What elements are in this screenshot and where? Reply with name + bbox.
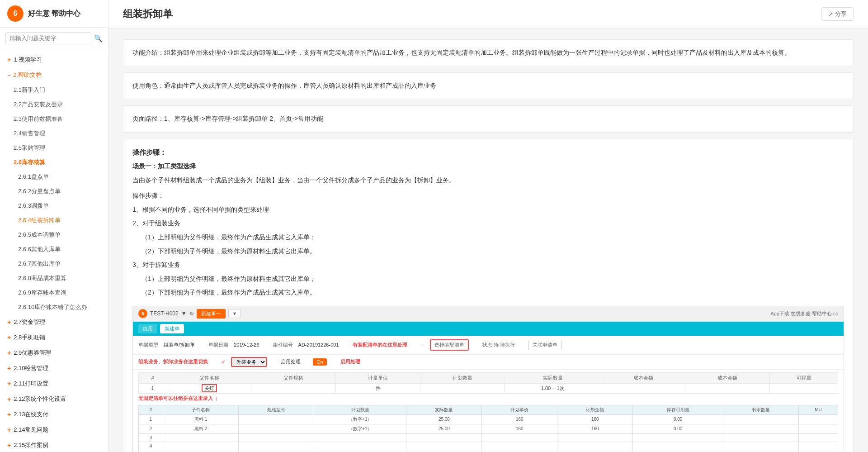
sc-dropdown: ▼	[181, 310, 187, 317]
sidebar-item-label: 2.15操作案例	[14, 441, 48, 449]
sc-parent-table-wrapper: # 父件名称 父件规格 计量单位 计划数量 实际数量 成本金额 成本金额 可视量	[133, 370, 844, 395]
sidebar-item-video[interactable]: + 1.视频学习	[0, 52, 108, 67]
sc-more-btn[interactable]: ▼	[228, 309, 241, 318]
sc-td-cost2	[685, 383, 770, 393]
sc-td-parent-name: 关灯	[167, 383, 251, 393]
sidebar-subitem-269[interactable]: 2.6.9库存账本查询	[0, 285, 108, 300]
sidebar-item-label: 2.帮助文档	[14, 71, 42, 79]
sc-type-row: 组装业务、拆卸业务在这里切换 ↙ 升装业务 启用处理 On 启用处理	[133, 355, 844, 370]
intro-text: 功能介绍：组装拆卸单用来处理企业组装或拆卸等加工业务，支持有固定装配清单的产品加…	[132, 49, 791, 56]
step2-1: （1）上部明细为父件明细，最终作为产成品生成其它入库单；	[132, 231, 844, 243]
sidebar-subitem-21[interactable]: 2.1新手入门	[0, 83, 108, 97]
expand-icon: +	[7, 319, 11, 326]
sc-toolbar: 自用 新建单	[133, 322, 844, 336]
search-button[interactable]: 🔍	[94, 34, 103, 43]
sidebar: 6 好生意 帮助中心 🔍 + 1.视频学习 − 2.帮助文档 2.1新手入门 2…	[0, 0, 108, 452]
sc-td-actual: 1.00 -- 1次	[505, 383, 601, 393]
role-block: 使用角色：通常由生产人员或库管人员完成拆装业务的操作，库管人员确认原材料的出库和…	[123, 72, 854, 99]
sc-type-value: 组装单/拆卸单	[164, 342, 195, 348]
sidebar-item-label: 2.8手机旺铺	[14, 333, 45, 342]
sc-tab-ziyon[interactable]: 自用	[138, 324, 157, 333]
sc-relate-btn[interactable]: 关联申请单	[528, 340, 561, 350]
content-body: 功能介绍：组装拆卸单用来处理企业组装或拆卸等加工业务，支持有固定装配清单的产品加…	[108, 29, 868, 452]
sidebar-subitem-266[interactable]: 2.6.6其他入库单	[0, 242, 108, 257]
sc-tab-new[interactable]: 新建单	[160, 324, 184, 333]
sidebar-item-docs[interactable]: − 2.帮助文档	[0, 67, 108, 83]
sc-child-table: # 子件名称 规格型号 计划数量 实际数量 计划单价 计划金额 库存可用量 剩余…	[138, 405, 838, 452]
sidebar-item-213[interactable]: + 2.13在线支付	[0, 407, 108, 422]
step2: 2、对于组装业务	[132, 217, 844, 229]
sc-apply-label: 启用处理	[281, 358, 301, 365]
table-row: 1 关灯 件 1.00 -- 1次	[139, 383, 838, 393]
sidebar-subitem-2610[interactable]: 2.6.10库存账本错了怎么办	[0, 300, 108, 314]
sidebar-subitem-268[interactable]: 2.6.8商品成本重算	[0, 271, 108, 285]
sc-th-actual-qty: 实际数量	[505, 372, 601, 383]
sc-refresh[interactable]: ↻	[189, 310, 194, 317]
sidebar-subitem-264[interactable]: 2.6.4组装拆卸单	[0, 213, 108, 228]
collapse-icon: −	[7, 72, 11, 79]
sc-annotation4: 无固定清单可以往组拼在这里录入	[138, 395, 213, 402]
sc-annotation1: 有装配清单的在这里处理	[353, 342, 407, 348]
sidebar-subitem-26[interactable]: 2.6库存核算	[0, 155, 108, 170]
sidebar-subitem-267[interactable]: 2.6.7其他出库单	[0, 257, 108, 271]
sidebar-item-29[interactable]: + 2.9优惠券管理	[0, 345, 108, 361]
sc-td-num: 1	[139, 383, 167, 393]
sc-child-area: 无固定清单可以往组拼在这里录入 ↑ # 子件名称 规格型号 计划数量 实际数	[133, 395, 844, 452]
sidebar-subitem-24[interactable]: 2.4销售管理	[0, 126, 108, 141]
sc-appname: TEST-H002	[150, 310, 179, 317]
sidebar-item-label: 2.14常见问题	[14, 426, 48, 434]
sc-sth-num: #	[139, 405, 163, 414]
operations-block: 操作步骤： 场景一：加工类型选择 当由多个子件材料组装成一个成品的业务为【组装】…	[123, 139, 854, 452]
sidebar-subitem-265[interactable]: 2.6.5成本调整单	[0, 228, 108, 242]
sidebar-item-27[interactable]: + 2.7资金管理	[0, 314, 108, 330]
table-row: 5	[139, 450, 838, 452]
sidebar-item-211[interactable]: + 2.11打印设置	[0, 376, 108, 391]
sidebar-subitem-23[interactable]: 2.3使用前数据准备	[0, 112, 108, 126]
steps-intro: 操作步骤：	[132, 190, 844, 202]
sidebar-item-212[interactable]: + 2.12系统个性化设置	[0, 391, 108, 407]
sc-td-plan	[420, 383, 505, 393]
sc-sth-actual-qty: 实际数量	[406, 405, 482, 414]
sc-form-wrapper: 单据类型 组装单/拆卸单 单据日期 2019-12-26 组件编号 AD-201…	[133, 336, 844, 452]
sidebar-item-28[interactable]: + 2.8手机旺铺	[0, 330, 108, 345]
sidebar-item-label: 2.9优惠券管理	[14, 349, 51, 357]
search-input[interactable]	[5, 32, 91, 44]
sc-th-unit: 计量单位	[336, 372, 420, 383]
table-row: 4	[139, 442, 838, 450]
step3-1: （1）上部明细为父件明细，最终作为原材料生成其它出库单；	[132, 273, 844, 285]
sc-th-num: #	[139, 372, 167, 383]
sc-annotation3: 启用处理	[340, 358, 360, 365]
sc-td-avail	[770, 383, 838, 393]
sc-logo: 6	[138, 309, 147, 318]
sidebar-subitem-262[interactable]: 2.6.2分量盘点单	[0, 184, 108, 199]
search-bar: 🔍	[0, 28, 108, 49]
sc-th-avail: 可视量	[770, 372, 838, 383]
sidebar-item-215[interactable]: + 2.15操作案例	[0, 438, 108, 452]
sc-sth-stock: 库存可用量	[633, 405, 723, 414]
expand-icon: +	[7, 334, 11, 341]
sidebar-subitem-22[interactable]: 2.2产品安装及登录	[0, 97, 108, 112]
table-row: 2 黑料 2 （数字+1） 25.00 160 160 0.00	[139, 424, 838, 433]
sc-select-bom-btn[interactable]: 选择装配清单	[430, 339, 469, 351]
nav-section: + 1.视频学习 − 2.帮助文档 2.1新手入门 2.2产品安装及登录 2.3…	[0, 49, 108, 452]
sidebar-subitem-25[interactable]: 2.5采购管理	[0, 141, 108, 155]
sc-form: 单据类型 组装单/拆卸单 单据日期 2019-12-26 组件编号 AD-201…	[133, 336, 844, 355]
sc-sth-mu: MU	[798, 405, 838, 414]
sidebar-subitem-263[interactable]: 2.6.3调拨单	[0, 199, 108, 213]
sc-new-btn[interactable]: 新建单一	[197, 309, 226, 319]
path-block: 页面路径：1、库存核算->库存管理->组装拆卸单 2、首页->常用功能	[123, 105, 854, 132]
sidebar-item-214[interactable]: + 2.14常见问题	[0, 422, 108, 438]
share-button[interactable]: ↗ 分享	[821, 7, 854, 21]
sc-td-unit: 件	[336, 383, 420, 393]
sc-td-spec	[251, 383, 336, 393]
sc-type-select[interactable]: 升装业务	[231, 357, 267, 367]
page-header: 组装拆卸单 ↗ 分享	[108, 0, 868, 29]
expand-icon: +	[7, 426, 11, 433]
sidebar-item-210[interactable]: + 2.10经营管理	[0, 361, 108, 376]
sc-sth-remain: 剩余数量	[723, 405, 798, 414]
sidebar-item-label: 1.视频学习	[14, 56, 42, 64]
sidebar-subitem-261[interactable]: 2.6.1盘点单	[0, 170, 108, 184]
sc-apply-btn[interactable]: On	[313, 358, 327, 366]
sc-parent-name-cell: 关灯	[202, 384, 217, 392]
expand-icon: +	[7, 349, 11, 357]
